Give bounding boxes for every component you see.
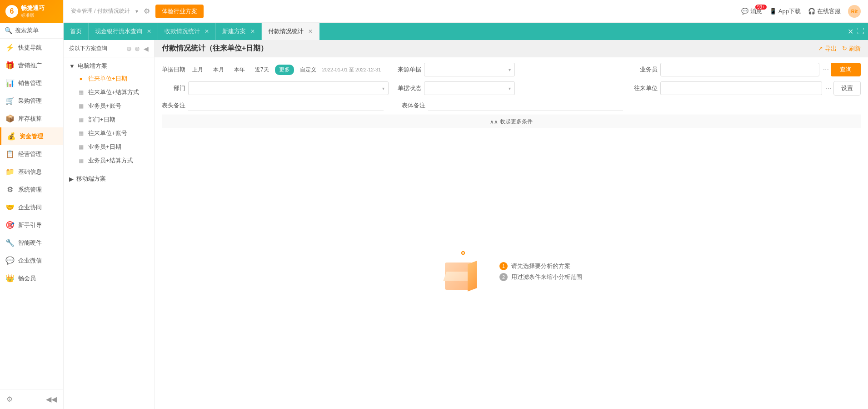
partner-select[interactable] (660, 81, 822, 95)
breadcrumb-dropdown[interactable]: ▾ (135, 8, 138, 15)
source-select[interactable]: ▾ (424, 63, 515, 76)
menu-label: 畅会员 (18, 274, 36, 283)
scheme-item-partner-account[interactable]: ▦往来单位+账号 (64, 126, 154, 140)
menu-label: 经营管理 (18, 150, 42, 158)
left-panel-collapse-icon[interactable]: ◀ (144, 45, 149, 52)
refresh-btn[interactable]: ↻ 刷新 (842, 45, 861, 53)
partner-more-icon[interactable]: ··· (826, 84, 832, 92)
page-title-bar: 付款情况统计（往来单位+日期） ↗ 导出 ↻ 刷新 (155, 40, 868, 57)
body-note-input[interactable] (428, 100, 624, 111)
tab-new-scheme[interactable]: 新建方案✕ (216, 23, 262, 40)
sidebar-item-member[interactable]: 👑畅会员 (0, 269, 63, 287)
scheme-item-partner-date[interactable]: ●往来单位+日期 (64, 72, 154, 86)
menu-icon: 🎁 (5, 61, 15, 70)
scheme-radio-icon: ● (76, 76, 85, 82)
dept-label: 部门 (162, 84, 185, 92)
bill-status-label: 单据状态 (398, 84, 421, 92)
tab-close-icon[interactable]: ✕ (147, 28, 151, 35)
scheme-item-dept-date[interactable]: ▦部门+日期 (64, 113, 154, 126)
tab-close-icon[interactable]: ✕ (250, 28, 255, 35)
filter-header-note-cell: 表头备注 (162, 100, 384, 111)
sidebar-item-marketing[interactable]: 🎁营销推广 (0, 56, 63, 74)
filter-body-note-cell: 表体备注 (402, 100, 624, 111)
left-panel-header: 按以下方案查询 ⊕ ⊛ ◀ (64, 40, 154, 57)
filter-date-cell: 单据日期 上月本月本年近7天更多自定义 2022-01-01 至 2022-12… (162, 65, 389, 75)
date-pill[interactable]: 本年 (230, 65, 249, 75)
add-scheme-icon[interactable]: ⊕ (126, 45, 132, 52)
tab-home[interactable]: 首页 (64, 23, 89, 40)
scheme-item-staff-account[interactable]: ▦业务员+账号 (64, 99, 154, 113)
sidebar-title: 畅捷通巧 (21, 4, 45, 12)
dept-select[interactable]: ▾ (188, 81, 389, 95)
sidebar-item-wechat[interactable]: 💬企业微信 (0, 252, 63, 269)
date-pill[interactable]: 更多 (275, 65, 294, 75)
tab-payment-stats[interactable]: 付款情况统计✕ (262, 23, 319, 40)
sidebar-item-sales[interactable]: 📊销售管理 (0, 74, 63, 92)
sidebar-item-system[interactable]: ⚙系统管理 (0, 181, 63, 198)
sidebar-item-cooperation[interactable]: 🤝企业协同 (0, 198, 63, 216)
staff-more-icon[interactable]: ··· (823, 66, 829, 74)
menu-icon: 📊 (5, 79, 15, 87)
staff-select[interactable] (660, 63, 819, 76)
online-service-btn[interactable]: 🎧 在线客服 (808, 7, 841, 15)
sidebar-footer: ⚙ ◀◀ (0, 389, 63, 409)
group-label: 移动端方案 (76, 175, 106, 183)
topbar-settings-icon[interactable]: ⚙ (144, 7, 150, 15)
page-title-actions: ↗ 导出 ↻ 刷新 (818, 45, 861, 53)
sidebar-item-inventory[interactable]: 📦库存核算 (0, 110, 63, 127)
avatar[interactable]: Rit (848, 5, 861, 18)
scheme-item-staff-date[interactable]: ▦业务员+日期 (64, 140, 154, 154)
sidebar-subtitle: 标准版 (21, 12, 45, 19)
message-btn[interactable]: 💬 消息 99+ (741, 7, 762, 15)
settings-btn[interactable]: 设置 (833, 81, 861, 96)
close-all-icon[interactable]: ✕ (848, 27, 853, 36)
collapse-more-btn[interactable]: ∧∧ 收起更多条件 (162, 115, 861, 128)
scheme-settings-icon[interactable]: ⊛ (135, 45, 140, 52)
date-pill[interactable]: 本月 (209, 65, 228, 75)
sidebar-item-operations[interactable]: 📋经营管理 (0, 145, 63, 163)
date-pill[interactable]: 上月 (188, 65, 207, 75)
collapse-icon[interactable]: ◀◀ (46, 395, 57, 404)
query-btn[interactable]: 查询 (831, 63, 861, 76)
sidebar-logo: 6 (5, 5, 18, 18)
expand-icon[interactable]: ⛶ (857, 27, 864, 35)
sidebar-brand: 畅捷通巧 标准版 (21, 4, 45, 19)
date-pill[interactable]: 近7天 (251, 65, 273, 75)
sidebar-search[interactable]: 🔍 搜索菜单 (0, 23, 63, 39)
scheme-item-partner-settle[interactable]: ▦往来单位+结算方式 (64, 86, 154, 99)
empty-hint-2: 2 用过滤条件来缩小分析范围 (499, 273, 582, 281)
filter-row-3: 表头备注 表体备注 (162, 100, 861, 111)
sidebar-item-guide[interactable]: 🎯新手引导 (0, 216, 63, 234)
menu-label: 库存核算 (18, 115, 42, 123)
date-pill[interactable]: 自定义 (296, 65, 320, 75)
header-note-input[interactable] (188, 100, 384, 111)
date-range-text: 2022-01-01 至 2022-12-31 (322, 66, 381, 73)
scheme-item-label: 往来单位+日期 (88, 75, 127, 83)
date-pills: 上月本月本年近7天更多自定义 (188, 65, 320, 75)
source-label: 来源单据 (398, 66, 421, 74)
export-btn[interactable]: ↗ 导出 (818, 45, 837, 53)
sidebar-item-capital[interactable]: 💰资金管理 (0, 127, 63, 145)
scheme-group-header[interactable]: ▼电脑端方案 (64, 60, 154, 72)
menu-label: 销售管理 (18, 79, 42, 87)
sidebar-item-hardware[interactable]: 🔧智能硬件 (0, 234, 63, 252)
tab-close-icon[interactable]: ✕ (205, 28, 209, 35)
sidebar-item-basic[interactable]: 📁基础信息 (0, 163, 63, 181)
tab-cash-flow[interactable]: 现金银行流水查询✕ (89, 23, 158, 40)
menu-label: 营销推广 (18, 61, 42, 70)
sidebar-item-quick-nav[interactable]: ⚡快捷导航 (0, 39, 63, 56)
bill-status-arrow: ▾ (509, 86, 511, 91)
tab-close-icon[interactable]: ✕ (308, 28, 313, 35)
scheme-item-label: 往来单位+结算方式 (88, 88, 139, 96)
sidebar-item-purchase[interactable]: 🛒采购管理 (0, 92, 63, 110)
right-content: 付款情况统计（往来单位+日期） ↗ 导出 ↻ 刷新 (155, 40, 868, 409)
scheme-item-staff-settle[interactable]: ▦业务员+结算方式 (64, 154, 154, 167)
scheme-item-label: 业务员+日期 (88, 143, 121, 151)
settings-icon[interactable]: ⚙ (6, 395, 13, 404)
scheme-group-header[interactable]: ▶移动端方案 (64, 173, 154, 185)
menu-icon: 🎯 (5, 221, 15, 229)
trial-btn[interactable]: 体验行业方案 (155, 5, 204, 18)
tab-receipt-stats[interactable]: 收款情况统计✕ (158, 23, 216, 40)
bill-status-select[interactable]: ▾ (424, 81, 515, 95)
app-download-btn[interactable]: 📱 App下载 (769, 7, 801, 15)
